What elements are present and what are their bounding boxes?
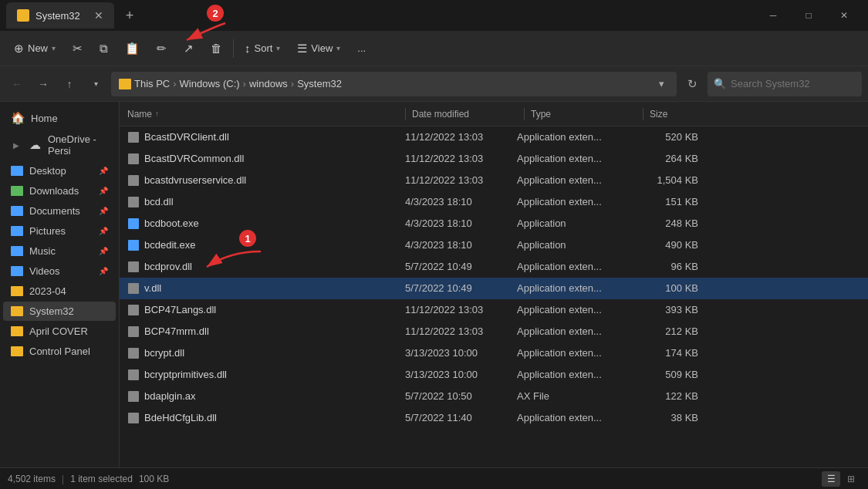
file-size: 1,504 KB (629, 174, 698, 186)
breadcrumb-dropdown-button[interactable]: ▾ (654, 78, 669, 89)
dll-file-icon (127, 131, 140, 143)
dll-file-icon (127, 304, 140, 316)
expand-button[interactable]: ▾ (85, 73, 106, 95)
control-panel-folder-icon (11, 346, 23, 356)
share-button[interactable]: ↗ (176, 35, 201, 62)
file-size: 212 KB (629, 325, 698, 337)
sort-button[interactable]: ↕ Sort ▾ (237, 35, 288, 62)
table-row[interactable]: bcdedit.exe 4/3/2023 18:10 Application 4… (120, 234, 868, 256)
header-type[interactable]: Type (531, 109, 643, 120)
tab-close-button[interactable]: ✕ (94, 10, 103, 21)
breadcrumb-windows: Windows (C:) (180, 78, 240, 89)
table-row[interactable]: v.dll 5/7/2022 10:49 Application exten..… (120, 278, 868, 299)
view-icon: ☰ (297, 42, 307, 56)
copy-button[interactable]: ⧉ (92, 35, 116, 62)
delete-button[interactable]: 🗑 (203, 35, 230, 62)
sidebar-item-desktop[interactable]: Desktop 📌 (3, 161, 116, 180)
file-date: 3/13/2023 10:00 (405, 347, 517, 359)
sidebar-item-control-panel[interactable]: Control Panel (3, 342, 116, 361)
sidebar-item-april-cover[interactable]: April COVER (3, 322, 116, 341)
sidebar-item-onedrive[interactable]: ▶ ☁ OneDrive - Persi (3, 130, 116, 160)
more-button[interactable]: ... (350, 35, 373, 62)
active-tab[interactable]: System32 ✕ (6, 2, 114, 29)
breadcrumb[interactable]: This PC › Windows (C:) › windows › Syste… (111, 72, 677, 96)
tab-folder-icon (17, 9, 29, 22)
file-type: Application exten... (517, 174, 629, 186)
table-row[interactable]: BCP47Langs.dll 11/12/2022 13:03 Applicat… (120, 299, 868, 321)
downloads-pin-icon: 📌 (99, 187, 108, 195)
file-date: 4/3/2023 18:10 (405, 239, 517, 251)
table-row[interactable]: bcryptprimitives.dll 3/13/2023 10:00 App… (120, 364, 868, 386)
file-type: Application exten... (517, 282, 629, 294)
table-row[interactable]: BdeHdCfgLib.dll 5/7/2022 11:40 Applicati… (120, 407, 868, 429)
maximize-button[interactable]: □ (791, 3, 826, 28)
forward-button[interactable]: → (32, 73, 54, 95)
table-row[interactable]: bcdboot.exe 4/3/2023 18:10 Application 2… (120, 213, 868, 234)
file-date: 3/13/2023 10:00 (405, 369, 517, 380)
search-input[interactable] (731, 78, 856, 89)
cut-button[interactable]: ✂ (65, 35, 90, 62)
details-view-button[interactable]: ☰ (822, 471, 840, 487)
sidebar-item-documents[interactable]: Documents 📌 (3, 201, 116, 221)
close-button[interactable]: ✕ (826, 3, 862, 28)
up-button[interactable]: ↑ (59, 73, 80, 95)
music-pin-icon: 📌 (99, 247, 108, 255)
table-row[interactable]: bcdprov.dll 5/7/2022 10:49 Application e… (120, 256, 868, 278)
file-name: bdaplgin.ax (144, 390, 405, 402)
new-button[interactable]: ⊕ New ▾ (6, 35, 63, 62)
file-list-header: Name ↑ Date modified Type Size (120, 102, 868, 126)
sidebar-april-cover-label: April COVER (29, 325, 108, 337)
file-size: 393 KB (629, 304, 698, 315)
dll-file-icon (127, 369, 140, 381)
new-tab-button[interactable]: + (117, 3, 142, 28)
table-row[interactable]: BcastDVRClient.dll 11/12/2022 13:03 Appl… (120, 126, 868, 148)
file-type: Application exten... (517, 153, 629, 164)
sidebar-item-system32[interactable]: System32 (3, 302, 116, 321)
dll-file-icon (127, 196, 140, 208)
table-row[interactable]: BcastDVRCommon.dll 11/12/2022 13:03 Appl… (120, 148, 868, 170)
header-date[interactable]: Date modified (412, 109, 524, 120)
search-bar[interactable]: 🔍 (708, 72, 862, 96)
table-row[interactable]: bcastdvruserservice.dll 11/12/2022 13:03… (120, 170, 868, 191)
file-type: AX File (517, 390, 629, 402)
sort-icon: ↕ (245, 42, 251, 55)
sidebar-item-pictures[interactable]: Pictures 📌 (3, 221, 116, 241)
paste-button[interactable]: 📋 (117, 35, 147, 62)
header-size[interactable]: Size (650, 109, 719, 120)
address-bar: ← → ↑ ▾ This PC › Windows (C:) › windows… (0, 66, 868, 102)
annotation-badge-1: 1 (239, 230, 256, 247)
refresh-button[interactable]: ↻ (681, 73, 703, 95)
minimize-button[interactable]: ─ (755, 3, 791, 28)
sidebar-documents-label: Documents (29, 205, 93, 217)
sidebar-item-2023-04[interactable]: 2023-04 (3, 282, 116, 301)
home-icon: 🏠 (11, 111, 25, 125)
table-row[interactable]: bcd.dll 4/3/2023 18:10 Application exten… (120, 191, 868, 213)
file-type: Application exten... (517, 325, 629, 337)
videos-folder-icon (11, 266, 23, 276)
sidebar-item-downloads[interactable]: Downloads 📌 (3, 181, 116, 201)
rename-button[interactable]: ✏ (149, 35, 174, 62)
sidebar-item-music[interactable]: Music 📌 (3, 241, 116, 261)
window-controls: ─ □ ✕ (755, 3, 862, 28)
exe-file-icon (127, 218, 140, 230)
file-type: Application exten... (517, 369, 629, 380)
tiles-view-button[interactable]: ⊞ (842, 471, 860, 487)
file-name: v.dll (144, 282, 405, 294)
header-name[interactable]: Name ↑ (127, 109, 405, 120)
sidebar-2023-04-label: 2023-04 (29, 285, 108, 297)
view-button[interactable]: ☰ View ▾ (289, 35, 348, 62)
back-button[interactable]: ← (6, 73, 28, 95)
table-row[interactable]: bdaplgin.ax 5/7/2022 10:50 AX File 122 K… (120, 386, 868, 407)
col-divider-1 (405, 108, 406, 120)
sidebar-item-videos[interactable]: Videos 📌 (3, 261, 116, 281)
dll-file-icon (127, 347, 140, 359)
table-row[interactable]: bcrypt.dll 3/13/2023 10:00 Application e… (120, 342, 868, 364)
dll-file-icon (127, 174, 140, 187)
file-name: BCP47Langs.dll (144, 304, 405, 315)
dll-file-icon (127, 390, 140, 403)
table-row[interactable]: BCP47mrm.dll 11/12/2022 13:03 Applicatio… (120, 321, 868, 342)
music-folder-icon (11, 246, 23, 256)
file-date: 11/12/2022 13:03 (405, 304, 517, 315)
sidebar-item-home[interactable]: 🏠 Home (3, 107, 116, 129)
breadcrumb-thispc: This PC (134, 78, 170, 89)
